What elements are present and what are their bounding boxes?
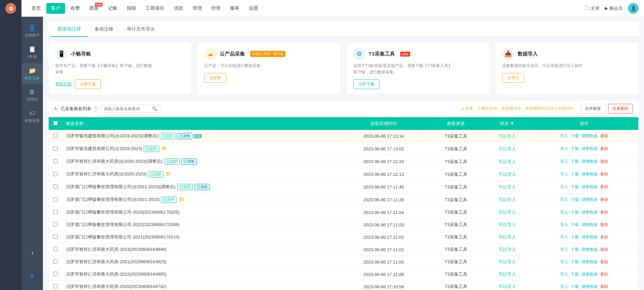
member-btn[interactable]: ▶ 畅会员 <box>605 5 623 11</box>
sidebar-item-account-migration[interactable]: 📁 账套迁移 <box>21 63 43 84</box>
action-btn-下载[interactable]: 下载 <box>571 172 579 176</box>
sidebar-item-all-clients[interactable]: 👤 全部客户 <box>21 20 43 42</box>
action-btn-调整数据[interactable]: 调整数据 <box>582 185 598 189</box>
nav-bizproject[interactable]: 工商项目 <box>141 0 169 17</box>
action-btn-下载[interactable]: 下载 <box>571 235 579 239</box>
tab-data-migration[interactable]: 数据包迁移 <box>51 22 88 37</box>
action-btn-下载[interactable]: 下载 <box>571 260 579 264</box>
action-btn-删除[interactable]: 删除 <box>600 210 608 215</box>
action-btn-下载[interactable]: 下载 <box>571 210 579 215</box>
folder-icon[interactable]: 📁 <box>179 197 184 202</box>
search-input[interactable] <box>104 106 151 111</box>
action-btn-删除[interactable]: 删除 <box>600 247 608 252</box>
action-btn-删除[interactable]: 删除 <box>600 146 608 151</box>
folder-icon[interactable]: 📁 <box>161 146 167 151</box>
sidebar-item-user[interactable]: 👤 <box>21 265 43 287</box>
action-btn-下载[interactable]: 下载 <box>571 222 579 227</box>
row-checkbox[interactable] <box>53 134 58 138</box>
action-btn-调整数据[interactable]: 调整数据 <box>582 272 598 277</box>
action-btn-导入[interactable]: 导入 <box>560 134 568 138</box>
action-btn-导入[interactable]: 导入 <box>560 260 568 264</box>
cloud-collect-btn[interactable]: 去采集 <box>204 73 226 83</box>
row-checkbox[interactable] <box>53 159 58 163</box>
nav-billing[interactable]: 收费 <box>66 0 85 17</box>
action-btn-调整数据[interactable]: 调整数据 <box>582 210 598 215</box>
action-btn-调整数据[interactable]: 调整数据 <box>582 197 598 202</box>
row-checkbox[interactable] <box>53 247 58 251</box>
batch-delete-btn[interactable]: 批量删除 <box>608 104 633 114</box>
action-btn-导入[interactable]: 导入 <box>560 235 568 239</box>
row-checkbox[interactable] <box>53 210 58 214</box>
xiaochangzhang-help-link[interactable]: 帮助文档 <box>55 81 71 87</box>
action-btn-删除[interactable]: 删除 <box>600 272 608 277</box>
row-checkbox[interactable] <box>53 234 58 239</box>
nav-invoice[interactable]: 票据 new <box>85 0 103 17</box>
action-btn-调整数据[interactable]: 调整数据 <box>582 222 598 227</box>
action-btn-删除[interactable]: 删除 <box>600 172 608 176</box>
fullscreen-btn[interactable]: ⛶ 全屏 <box>585 5 599 11</box>
select-all-checkbox[interactable] <box>53 121 58 125</box>
action-btn-删除[interactable]: 删除 <box>600 159 608 164</box>
tab-backup-migration[interactable]: 备份迁移 <box>88 22 120 37</box>
action-btn-调整数据[interactable]: 调整数据 <box>582 134 598 138</box>
row-checkbox[interactable] <box>53 259 58 264</box>
help-icon[interactable]: ? <box>93 106 98 112</box>
nav-home[interactable]: 首页 <box>27 0 46 17</box>
sidebar-item-zero-report[interactable]: 📋 0申报 <box>21 42 43 63</box>
t3-tool-download-btn[interactable]: 立即下载 <box>353 79 379 89</box>
nav-settings[interactable]: 设置 <box>244 0 263 17</box>
action-btn-导入[interactable]: 导入 <box>560 210 568 215</box>
nav-manage[interactable]: 管理 <box>188 0 207 17</box>
action-btn-调整数据[interactable]: 调整数据 <box>582 247 598 252</box>
row-checkbox[interactable] <box>53 146 58 151</box>
action-btn-下载[interactable]: 下载 <box>571 197 579 202</box>
action-btn-下载[interactable]: 下载 <box>571 134 579 138</box>
action-btn-导入[interactable]: 导入 <box>560 284 568 289</box>
row-checkbox[interactable] <box>53 222 58 226</box>
row-checkbox[interactable] <box>53 197 58 202</box>
action-btn-调整数据[interactable]: 调整数据 <box>582 235 598 239</box>
merge-account-btn[interactable]: 合并账套 <box>581 104 605 114</box>
action-btn-调整数据[interactable]: 调整数据 <box>582 146 598 151</box>
search-icon[interactable]: 🔍 <box>152 106 157 111</box>
action-btn-调整数据[interactable]: 调整数据 <box>582 172 598 176</box>
row-checkbox[interactable] <box>53 185 58 189</box>
data-import-btn[interactable]: 去导入 <box>502 73 524 83</box>
action-btn-调整数据[interactable]: 调整数据 <box>582 284 598 289</box>
action-btn-下载[interactable]: 下载 <box>571 146 579 151</box>
action-btn-删除[interactable]: 删除 <box>600 222 608 227</box>
action-btn-导入[interactable]: 导入 <box>560 272 568 277</box>
action-btn-删除[interactable]: 删除 <box>600 260 608 264</box>
action-btn-调整数据[interactable]: 调整数据 <box>582 159 598 164</box>
tab-audit-export[interactable]: 审计文件导出 <box>120 22 162 37</box>
row-checkbox[interactable] <box>53 272 58 276</box>
action-btn-下载[interactable]: 下载 <box>571 185 579 189</box>
refresh-icon[interactable]: ↻ <box>54 106 58 112</box>
row-checkbox[interactable] <box>53 284 58 288</box>
action-btn-导入[interactable]: 导入 <box>560 185 568 189</box>
xiaochangzhang-download-btn[interactable]: 立即下载 <box>75 79 101 89</box>
sidebar-item-tag-settings[interactable]: 🏷 标签设置 <box>21 106 43 127</box>
action-btn-导入[interactable]: 导入 <box>560 159 568 164</box>
action-btn-导入[interactable]: 导入 <box>560 222 568 227</box>
action-btn-导入[interactable]: 导入 <box>560 172 568 176</box>
row-checkbox[interactable] <box>53 172 58 176</box>
nav-operation[interactable]: 经营 <box>207 0 225 17</box>
avatar[interactable]: 👤 <box>628 3 639 14</box>
action-btn-下载[interactable]: 下载 <box>571 284 579 289</box>
nav-tax[interactable]: 报税 <box>122 0 141 17</box>
folder-icon[interactable]: 📁 <box>166 171 171 176</box>
action-btn-删除[interactable]: 删除 <box>600 284 608 289</box>
nav-message[interactable]: 消息 <box>169 0 188 17</box>
action-btn-下载[interactable]: 下载 <box>571 159 579 164</box>
action-btn-删除[interactable]: 删除 <box>600 134 608 138</box>
sidebar-item-download[interactable]: ⬇ <box>21 242 43 264</box>
action-btn-导入[interactable]: 导入 <box>560 146 568 151</box>
nav-service[interactable]: 服务 <box>225 0 244 17</box>
action-btn-下载[interactable]: 下载 <box>571 247 579 252</box>
action-btn-下载[interactable]: 下载 <box>571 272 579 277</box>
action-btn-删除[interactable]: 删除 <box>600 185 608 189</box>
sidebar-item-recycle[interactable]: 🗑 回收站 <box>21 84 43 106</box>
action-btn-导入[interactable]: 导入 <box>560 197 568 202</box>
action-btn-删除[interactable]: 删除 <box>600 235 608 239</box>
